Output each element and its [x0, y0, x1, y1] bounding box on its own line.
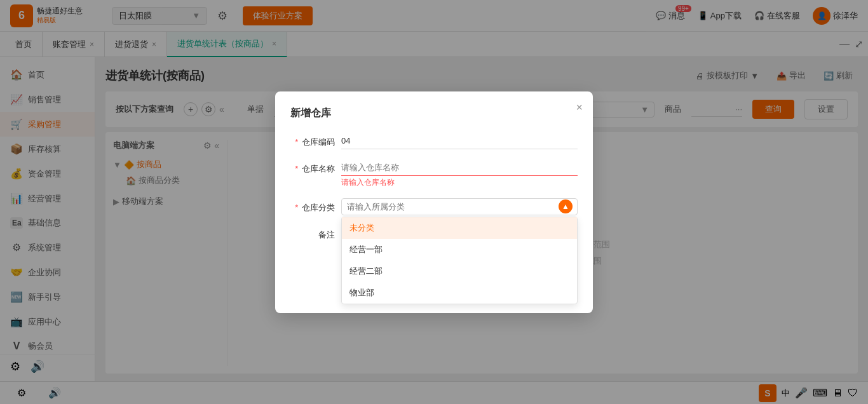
dropdown-item-3[interactable]: 物业部	[342, 282, 577, 304]
category-toggle-icon[interactable]: ▲	[559, 199, 573, 213]
dialog-title: 新增仓库	[290, 107, 578, 120]
category-selector-wrap: ▲ 未分类 经营一部 经营二部 物业部	[341, 198, 578, 215]
dialog-close-icon[interactable]: ×	[576, 102, 583, 113]
name-error-msg: 请输入仓库名称	[341, 177, 578, 188]
code-input-wrap	[341, 133, 578, 149]
name-input-wrap: 请输入仓库名称	[341, 159, 578, 188]
dropdown-item-2[interactable]: 经营二部	[342, 260, 577, 282]
name-label: * 仓库名称	[290, 159, 341, 175]
remarks-label: 备注	[290, 226, 341, 241]
category-label: * 仓库分类	[290, 198, 341, 213]
code-field-row: * 仓库编码	[290, 133, 578, 149]
modal-overlay: 新增仓库 × * 仓库编码 * 仓库名称 请输入仓库名称	[0, 0, 868, 404]
name-input[interactable]	[341, 159, 578, 176]
dropdown-item-0[interactable]: 未分类	[342, 217, 577, 239]
name-field-row: * 仓库名称 请输入仓库名称	[290, 159, 578, 188]
dropdown-item-1[interactable]: 经营一部	[342, 239, 577, 260]
code-input[interactable]	[341, 133, 578, 149]
category-input[interactable]	[341, 198, 578, 215]
category-dropdown: 未分类 经营一部 经营二部 物业部	[341, 217, 578, 304]
add-warehouse-dialog: 新增仓库 × * 仓库编码 * 仓库名称 请输入仓库名称	[275, 91, 593, 313]
category-field-row: * 仓库分类 ▲ 未分类 经营一部 经营二部 物业部	[290, 198, 578, 215]
code-label: * 仓库编码	[290, 133, 341, 148]
